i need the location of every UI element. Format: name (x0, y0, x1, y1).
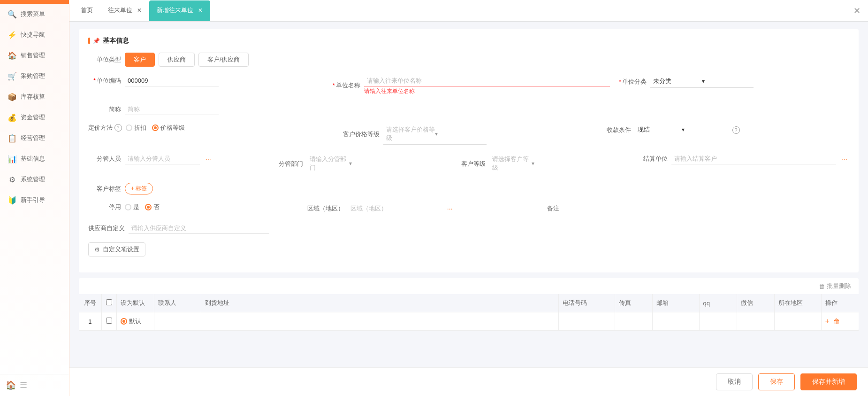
unit-code-group: *单位编码 (88, 75, 324, 86)
sidebar-item-purchase[interactable]: 🛒 采购管理 (0, 66, 69, 86)
row-email[interactable] (652, 312, 699, 331)
pricing-radio-level[interactable]: 价格等级 (152, 124, 185, 132)
sidebar-menu-icon[interactable]: ☰ (20, 380, 27, 390)
unit-code-input[interactable] (125, 75, 219, 86)
sidebar-item-system[interactable]: ⚙ 系统管理 (0, 169, 69, 190)
trash-icon: 🗑 (819, 283, 825, 290)
settlement-unit-input[interactable] (671, 153, 836, 164)
tab-partners[interactable]: 往来单位 ✕ (100, 0, 149, 21)
unit-type-both[interactable]: 客户/供应商 (198, 53, 249, 67)
row-contact[interactable] (154, 312, 201, 331)
row-fax-input[interactable] (619, 318, 648, 325)
unit-info-row: *单位编码 *单位名称 请输入往来单位名称 *单位分类 未分类 ▾ (88, 75, 849, 95)
unit-name-field: 请输入往来单位名称 (364, 75, 610, 95)
payment-terms-help-icon[interactable]: ? (732, 126, 740, 134)
unit-category-value: 未分类 (653, 77, 702, 85)
row-add-button[interactable]: + (825, 317, 830, 326)
save-new-button[interactable]: 保存并新增 (800, 373, 857, 390)
sidebar-home-icon[interactable]: 🏠 (6, 380, 16, 390)
custom-settings-button[interactable]: ⚙ 自定义项设置 (88, 242, 145, 256)
custom-settings-row: ⚙ 自定义项设置 (88, 242, 849, 256)
cancel-button[interactable]: 取消 (716, 373, 753, 390)
customer-price-level-select[interactable]: 请选择客户价格等级 ▾ (383, 124, 487, 145)
tab-partners-close[interactable]: ✕ (137, 7, 142, 14)
sidebar-item-inventory[interactable]: 📦 库存核算 (0, 86, 69, 107)
disabled-radio-no[interactable]: 否 (145, 203, 160, 211)
unit-category-select[interactable]: 未分类 ▾ (650, 75, 754, 88)
sidebar-label-system: 系统管理 (21, 175, 45, 184)
tab-home[interactable]: 首页 (73, 0, 100, 21)
row-qq[interactable] (699, 312, 737, 331)
unit-name-input[interactable] (364, 75, 610, 86)
region-input[interactable] (348, 203, 442, 214)
pricing-radio-discount[interactable]: 折扣 (126, 124, 146, 132)
custom-settings-label: 自定义项设置 (103, 245, 139, 254)
contact-table: 序号 设为默认 联系人 到货地址 电话号码 传真 邮箱 qq 微信 所在地区 操… (79, 294, 859, 331)
row-checkbox-cell[interactable] (101, 312, 116, 331)
sidebar-item-operations[interactable]: 📋 经营管理 (0, 128, 69, 148)
pricing-level-label: 价格等级 (160, 124, 185, 132)
row-fax[interactable] (615, 312, 652, 331)
save-button[interactable]: 保存 (758, 373, 795, 390)
short-name-input[interactable] (125, 104, 219, 115)
row-contact-input[interactable] (158, 318, 197, 325)
gear-icon: ⚙ (94, 246, 100, 253)
settlement-unit-label: 结算单位 (635, 155, 668, 163)
row-phone[interactable] (558, 312, 615, 331)
row-address-input[interactable] (205, 318, 555, 325)
table-toolbar: 🗑 批量删除 (79, 278, 859, 294)
sidebar-label-sales: 销售管理 (21, 51, 45, 60)
sidebar-item-finance[interactable]: 💰 资金管理 (0, 107, 69, 128)
row-qq-input[interactable] (703, 318, 733, 325)
add-tag-button[interactable]: + 标签 (125, 183, 153, 194)
short-name-label: 简称 (88, 105, 121, 114)
unit-type-label: 单位类型 (88, 55, 121, 64)
th-email: 邮箱 (652, 294, 699, 312)
sidebar-label-purchase: 采购管理 (21, 72, 45, 80)
region-more-btn[interactable]: ··· (445, 205, 455, 212)
supplier-custom-input[interactable] (129, 223, 269, 234)
pricing-level-circle (152, 124, 159, 131)
th-fax: 传真 (615, 294, 652, 312)
sidebar-item-quick-nav[interactable]: ⚡ 快捷导航 (0, 24, 69, 45)
disabled-radio-yes[interactable]: 是 (125, 203, 139, 211)
unit-type-supplier[interactable]: 供应商 (159, 53, 195, 67)
customer-level-select[interactable]: 请选择客户等级 ▾ (489, 153, 574, 174)
settlement-unit-more-btn[interactable]: ··· (840, 155, 849, 163)
pricing-help-icon[interactable]: ? (114, 124, 122, 132)
sidebar-header (0, 0, 69, 4)
row-region[interactable] (774, 312, 821, 331)
sidebar-label-quick-nav: 快捷导航 (21, 31, 45, 39)
row-email-input[interactable] (656, 318, 695, 325)
batch-delete-button[interactable]: 🗑 批量删除 (819, 282, 851, 290)
sidebar-item-basic-info[interactable]: 📊 基础信息 (0, 148, 69, 169)
sidebar-item-sales[interactable]: 🏠 销售管理 (0, 45, 69, 66)
row-checkbox[interactable] (106, 318, 112, 324)
tab-new-partner-close[interactable]: ✕ (198, 7, 203, 14)
customer-tag-group: 客户标签 + 标签 (88, 183, 849, 194)
payment-terms-select[interactable]: 现结 ▾ (635, 124, 729, 136)
supplier-custom-label: 供应商自定义 (88, 224, 125, 233)
sidebar-item-search[interactable]: 🔍 搜索菜单 (0, 4, 69, 24)
row-default-radio[interactable]: 默认 (121, 317, 150, 326)
row-wechat[interactable] (737, 312, 774, 331)
settlement-unit-group: 结算单位 ··· (635, 153, 849, 164)
disabled-no-circle (145, 204, 152, 210)
unit-type-customer[interactable]: 客户 (125, 53, 155, 67)
select-all-checkbox[interactable] (106, 299, 112, 305)
row-region-input[interactable] (778, 318, 817, 325)
row-delete-button[interactable]: 🗑 (833, 318, 840, 325)
row-wechat-input[interactable] (741, 318, 770, 325)
window-close-button[interactable]: ✕ (850, 6, 864, 16)
department-select[interactable]: 请输入分管部门 ▾ (307, 153, 391, 174)
tab-new-partner[interactable]: 新增往来单位 ✕ (149, 0, 210, 21)
manager-input[interactable] (125, 153, 200, 164)
th-qq: qq (699, 294, 737, 312)
sidebar-item-guide[interactable]: 🔰 新手引导 (0, 190, 69, 210)
row-address[interactable] (201, 312, 558, 331)
manager-more-btn[interactable]: ··· (204, 155, 213, 163)
notes-input[interactable] (563, 203, 849, 214)
department-group: 分管部门 请输入分管部门 ▾ (270, 153, 449, 174)
th-checkbox[interactable] (101, 294, 116, 312)
row-phone-input[interactable] (563, 318, 611, 325)
